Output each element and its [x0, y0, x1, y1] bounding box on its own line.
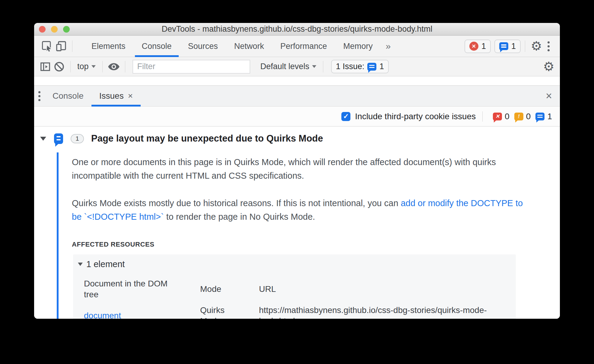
maximize-window-button[interactable]: [63, 26, 70, 33]
table-row-url-cell: https://mathiasbynens.github.io/css-dbg-…: [259, 305, 516, 319]
console-messages-area: [34, 76, 560, 85]
device-toolbar-icon[interactable]: [54, 39, 68, 53]
toolbar-separator: [525, 40, 525, 52]
filter-input[interactable]: [133, 60, 250, 74]
issues-panel-content: 1 Page layout may be unexpected due to Q…: [34, 126, 560, 319]
column-header-element: Document in the DOM tree: [84, 278, 200, 300]
issue-header[interactable]: 1 Page layout may be unexpected due to Q…: [34, 133, 560, 144]
toolbar-separator: [70, 61, 71, 72]
table-row-mode-cell: Quirks Mode: [200, 305, 235, 319]
info-bubble-icon: [535, 113, 544, 120]
drawer-tab-issues[interactable]: Issues ×: [91, 86, 141, 106]
issue-accent-bar: [57, 152, 59, 319]
element-group-toggle[interactable]: 1 element: [78, 259, 516, 269]
issue-count-button[interactable]: 1: [494, 40, 521, 53]
console-settings-gear-icon[interactable]: ⚙: [542, 60, 556, 74]
issues-toolbar: ✓ Include third-party cookie issues ✕ 0 …: [34, 107, 560, 126]
issue-body: One or more documents in this page is in…: [72, 155, 548, 319]
tab-network[interactable]: Network: [226, 36, 272, 57]
drawer-tab-bar: Console Issues × ×: [34, 85, 560, 107]
third-party-cookies-label[interactable]: Include third-party cookie issues: [355, 112, 476, 121]
toolbar-separator: [482, 111, 483, 122]
drawer-tab-console[interactable]: Console: [45, 86, 91, 106]
issue-resolution: Quirks Mode exists mostly due to histori…: [72, 196, 534, 224]
close-drawer-icon[interactable]: ×: [538, 90, 560, 102]
toolbar-separator: [125, 61, 125, 72]
log-levels-dropdown[interactable]: Default levels: [258, 62, 319, 71]
close-issues-tab-icon[interactable]: ×: [128, 91, 133, 101]
tab-elements[interactable]: Elements: [83, 36, 134, 57]
element-group-label: 1 element: [86, 259, 125, 269]
close-window-button[interactable]: [39, 26, 46, 33]
console-toolbar: top Default levels 1 Issue: 1 ⚙: [34, 57, 560, 76]
main-toolbar: Elements Console Sources Network Perform…: [34, 36, 560, 57]
drawer-menu-icon[interactable]: [34, 91, 45, 101]
message-bubble-icon: [499, 42, 508, 50]
tab-performance[interactable]: Performance: [272, 36, 335, 57]
document-link[interactable]: document: [84, 311, 121, 319]
error-count-button[interactable]: ✕ 1: [465, 40, 491, 53]
panel-tabs: Elements Console Sources Network Perform…: [83, 36, 381, 57]
minimize-window-button[interactable]: [51, 26, 58, 33]
message-bubble-icon: [367, 63, 376, 71]
issue-description: One or more documents in this page is in…: [72, 155, 534, 183]
expand-triangle-icon[interactable]: [40, 137, 46, 141]
toolbar-separator: [72, 40, 72, 52]
issue-kind-bubble-icon: [54, 133, 63, 144]
error-icon: ✕: [469, 42, 478, 51]
warning-bubble-icon: !: [514, 113, 523, 120]
column-header-mode: Mode: [200, 284, 259, 295]
context-selector[interactable]: top: [75, 62, 98, 71]
toolbar-separator: [323, 61, 323, 72]
context-label: top: [77, 62, 89, 71]
affected-resources-heading: AFFECTED RESOURCES: [72, 241, 548, 248]
window-title: DevTools - mathiasbynens.github.io/css-d…: [162, 24, 433, 34]
issue-count-badge: 1: [71, 134, 84, 143]
expand-triangle-icon: [78, 263, 83, 266]
devtools-window: DevTools - mathiasbynens.github.io/css-d…: [34, 23, 560, 319]
tab-sources[interactable]: Sources: [180, 36, 226, 57]
affected-resources-panel: 1 element Document in the DOM tree Mode …: [73, 254, 516, 319]
clear-console-icon[interactable]: [52, 60, 66, 74]
more-tabs-icon[interactable]: »: [381, 41, 396, 51]
message-count: 1: [511, 42, 516, 51]
tab-memory[interactable]: Memory: [335, 36, 381, 57]
main-menu-icon[interactable]: [543, 41, 554, 51]
issues-warning-count: ! 0: [514, 112, 531, 121]
table-row-element-cell: document: [84, 311, 200, 319]
tab-console[interactable]: Console: [134, 36, 180, 57]
affected-resources-table: Document in the DOM tree Mode URL docume…: [84, 278, 516, 319]
issues-info-count: 1: [535, 112, 552, 121]
toolbar-separator: [102, 61, 103, 72]
column-header-url: URL: [259, 284, 516, 295]
error-bubble-icon: ✕: [493, 113, 502, 120]
settings-gear-icon[interactable]: ⚙: [529, 39, 543, 53]
live-expression-eye-icon[interactable]: [107, 60, 121, 74]
chevron-down-icon: [312, 65, 316, 68]
title-bar: DevTools - mathiasbynens.github.io/css-d…: [34, 23, 560, 36]
chevron-down-icon: [91, 65, 96, 68]
log-levels-label: Default levels: [260, 62, 309, 71]
issues-counter-button[interactable]: 1 Issue: 1: [331, 60, 389, 73]
inspect-element-icon[interactable]: [40, 39, 54, 53]
issues-counter-count: 1: [379, 62, 384, 71]
error-count: 1: [481, 42, 486, 51]
issues-counter-label: 1 Issue:: [336, 62, 365, 71]
issue-title: Page layout may be unexpected due to Qui…: [91, 133, 323, 144]
console-sidebar-icon[interactable]: [38, 60, 52, 74]
traffic-lights: [39, 26, 70, 33]
issues-error-count: ✕ 0: [493, 112, 509, 121]
third-party-cookies-checkbox[interactable]: ✓: [341, 112, 350, 121]
